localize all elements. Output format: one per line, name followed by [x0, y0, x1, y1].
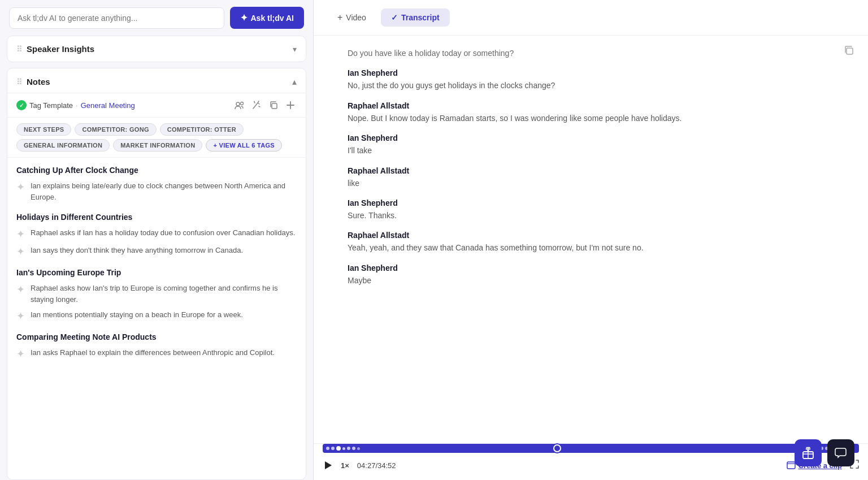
drag-icon: ⠿ — [16, 45, 22, 54]
note-bullet: ✦ — [16, 228, 25, 240]
svg-rect-6 — [787, 462, 795, 469]
copy-icon-button[interactable] — [267, 99, 280, 111]
green-check-icon: ✓ — [16, 100, 27, 110]
transcript-block: Raphael Allstadt like — [348, 166, 834, 189]
tag-template-row: ✓ Tag Template · General Meeting — [7, 93, 306, 118]
check-icon: ✓ — [391, 13, 398, 22]
note-item: ✦ Ian mentions potentially staying on a … — [16, 309, 297, 322]
speaker-text: No, just the do you guys get holidays in… — [348, 79, 834, 92]
users-icon-button[interactable] — [233, 100, 246, 111]
track-dot — [352, 447, 355, 450]
tag-template-separator: · — [76, 101, 78, 110]
gift-button[interactable] — [795, 439, 822, 466]
ask-tldv-button[interactable]: ✦ Ask tl;dv AI — [230, 7, 305, 29]
tag-next-steps[interactable]: NEXT STEPS — [16, 123, 71, 136]
speaker-text: Maybe — [348, 274, 834, 287]
right-panel: + Video ✓ Transcript Do you have like a … — [314, 0, 868, 480]
note-bullet: ✦ — [16, 181, 25, 193]
progress-thumb[interactable] — [553, 444, 561, 452]
search-bar-row: ✦ Ask tl;dv AI — [0, 7, 313, 36]
note-item: ✦ Ian explains being late/early due to c… — [16, 180, 297, 202]
ask-button-label: Ask tl;dv AI — [251, 14, 294, 23]
note-group-europe-title: Ian's Upcoming Europe Trip — [16, 268, 297, 277]
transcript-block: Ian Shepherd I'll take — [348, 133, 834, 157]
tag-view-all[interactable]: + VIEW ALL 6 TAGS — [206, 139, 282, 152]
speaker-insights-header[interactable]: ⠿ Speaker Insights ▾ — [7, 36, 306, 62]
speaker-text: Yeah, yeah, and they saw that Canada has… — [348, 241, 834, 254]
player-bar: 1× 04:27/34:52 Create a clip — [314, 443, 868, 480]
tab-video-label: Video — [346, 13, 366, 22]
floating-buttons — [795, 439, 854, 466]
chevron-down-icon: ▾ — [293, 45, 297, 54]
tag-competitor-gong[interactable]: COMPETITOR: GONG — [75, 123, 156, 136]
track-dot — [331, 447, 335, 450]
notes-drag-icon: ⠿ — [16, 77, 22, 87]
chat-button[interactable] — [827, 439, 854, 466]
note-group-europe: Ian's Upcoming Europe Trip ✦ Raphael ask… — [16, 268, 297, 322]
speaker-name: Raphael Allstadt — [348, 101, 834, 110]
note-bullet: ✦ — [16, 348, 25, 360]
note-text: Raphael asks if Ian has a holiday today … — [31, 227, 295, 239]
transcript-block: Ian Shepherd Sure. Thanks. — [348, 198, 834, 222]
note-group-ai: Comparing Meeting Note AI Products ✦ Ian… — [16, 332, 297, 360]
transcript-intro: Do you have like a holiday today or some… — [348, 47, 834, 59]
tab-transcript[interactable]: ✓ Transcript — [381, 8, 450, 27]
search-input[interactable] — [9, 7, 224, 29]
transcript-block: Raphael Allstadt Yeah, yeah, and they sa… — [348, 231, 834, 254]
track-dot — [342, 447, 345, 450]
note-group-holidays-title: Holidays in Different Countries — [16, 213, 297, 222]
speaker-name: Ian Shepherd — [348, 133, 834, 142]
note-item: ✦ Ian asks Raphael to explain the differ… — [16, 347, 297, 360]
svg-rect-3 — [272, 103, 277, 109]
magic-icon-button[interactable] — [250, 99, 263, 111]
note-bullet: ✦ — [16, 245, 25, 258]
speaker-text: Nope. But I know today is Ramadan starts… — [348, 112, 834, 124]
track-dot — [336, 446, 341, 451]
note-text: Raphael asks how Ian's trip to Europe is… — [31, 283, 297, 305]
tab-video[interactable]: + Video — [327, 8, 376, 27]
svg-rect-4 — [847, 48, 853, 54]
note-bullet: ✦ — [16, 310, 25, 322]
note-item: ✦ Raphael asks if Ian has a holiday toda… — [16, 227, 297, 240]
note-group-clock: Catching Up After Clock Change ✦ Ian exp… — [16, 166, 297, 202]
speaker-name: Ian Shepherd — [348, 263, 834, 273]
speaker-insights-card: ⠿ Speaker Insights ▾ — [7, 36, 306, 62]
tag-market-info[interactable]: MARKET INFORMATION — [113, 139, 202, 152]
transcript-block: Ian Shepherd No, just the do you guys ge… — [348, 68, 834, 92]
speaker-text: I'll take — [348, 144, 834, 157]
play-button[interactable] — [323, 460, 333, 470]
progress-track[interactable] — [323, 444, 859, 453]
svg-point-2 — [254, 101, 255, 102]
speed-button[interactable]: 1× — [341, 461, 349, 470]
speaker-text: Sure. Thanks. — [348, 209, 834, 222]
note-text: Ian asks Raphael to explain the differen… — [31, 347, 275, 358]
total-time: 34:52 — [377, 461, 396, 470]
transcript-block: Raphael Allstadt Nope. But I know today … — [348, 101, 834, 124]
tab-transcript-label: Transcript — [401, 13, 440, 22]
current-time: 04:27 — [357, 461, 376, 470]
tag-template-link[interactable]: General Meeting — [81, 101, 135, 110]
note-group-ai-title: Comparing Meeting Note AI Products — [16, 332, 297, 341]
note-item: ✦ Raphael asks how Ian's trip to Europe … — [16, 283, 297, 305]
note-group-clock-title: Catching Up After Clock Change — [16, 166, 297, 175]
note-bullet: ✦ — [16, 283, 25, 296]
tag-competitor-otter[interactable]: COMPETITOR: OTTER — [160, 123, 244, 136]
notes-header: ⠿ Notes ▴ — [7, 68, 306, 93]
speaker-insights-title: Speaker Insights — [27, 44, 94, 54]
tag-general-info[interactable]: GENERAL INFORMATION — [16, 139, 110, 152]
right-top-bar: + Video ✓ Transcript — [314, 0, 868, 36]
transcript-block: Ian Shepherd Maybe — [348, 263, 834, 287]
tag-template-badge: ✓ Tag Template · General Meeting — [16, 100, 135, 110]
left-panel: ✦ Ask tl;dv AI ⠿ Speaker Insights ▾ ⠿ No… — [0, 0, 314, 480]
add-icon-button[interactable] — [284, 99, 297, 111]
notes-content: Catching Up After Clock Change ✦ Ian exp… — [7, 158, 306, 479]
note-item: ✦ Ian says they don't think they have an… — [16, 245, 297, 258]
tag-template-label: Tag Template — [29, 101, 73, 110]
speed-label: 1× — [341, 461, 349, 470]
plus-icon: + — [337, 12, 342, 23]
note-text: Ian mentions potentially staying on a be… — [31, 309, 243, 321]
sparkle-icon: ✦ — [240, 12, 248, 23]
time-display: 04:27/34:52 — [357, 461, 396, 470]
speaker-name: Raphael Allstadt — [348, 166, 834, 175]
copy-transcript-button[interactable] — [843, 45, 854, 59]
